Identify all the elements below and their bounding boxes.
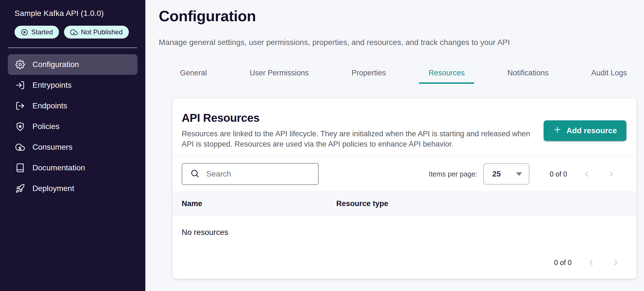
book-icon <box>15 163 25 173</box>
pagination-range-top: 0 of 0 <box>550 170 567 178</box>
endpoints-icon <box>15 101 25 111</box>
tab-label: Properties <box>351 69 386 77</box>
tab-label: General <box>180 69 207 77</box>
pagination-bottom: 0 of 0 <box>172 249 636 279</box>
sidebar-item-endpoints[interactable]: Endpoints <box>8 96 138 116</box>
sidebar-item-deployment[interactable]: Deployment <box>8 178 138 199</box>
tab-label: Resources <box>428 69 465 77</box>
chevron-right-icon <box>611 257 621 268</box>
status-badge-not-published: Not Published <box>64 26 129 39</box>
tab-label: Notifications <box>507 69 548 77</box>
status-badge-label: Started <box>31 28 53 36</box>
card-description: Resources are linked to the API lifecycl… <box>182 129 544 149</box>
chevron-right-icon <box>606 169 616 179</box>
items-per-page-label: Items per page: <box>429 170 477 178</box>
tab-user-permissions[interactable]: User Permissions <box>240 64 318 84</box>
column-header-name: Name <box>182 199 336 208</box>
next-page-button-top[interactable] <box>606 169 616 179</box>
previous-page-button-top[interactable] <box>582 169 592 179</box>
page-subtitle: Manage general settings, user permission… <box>159 38 636 47</box>
gear-icon <box>15 59 25 70</box>
tab-resources[interactable]: Resources <box>419 64 474 84</box>
card-header: API Resources Resources are linked to th… <box>172 98 636 156</box>
chevron-left-icon <box>582 169 592 179</box>
status-badges: Started Not Published <box>15 26 137 39</box>
add-resource-label: Add resource <box>567 126 617 135</box>
search-input[interactable] <box>206 169 313 179</box>
cloud-user-icon <box>15 142 25 152</box>
sidebar-item-label: Policies <box>32 122 59 131</box>
shield-star-icon <box>15 121 25 132</box>
items-per-page-value: 25 <box>492 170 501 178</box>
sidebar-nav: Configuration Entrypoints Endpoints Poli… <box>0 54 145 199</box>
cloud-unpublished-icon <box>70 28 78 36</box>
search-box <box>182 163 319 185</box>
pagination-top: Items per page: 25 0 of 0 <box>429 163 616 185</box>
tab-bar: General User Permissions Properties Reso… <box>171 64 636 84</box>
sidebar-item-entrypoints[interactable]: Entrypoints <box>8 75 138 96</box>
column-header-resource-type: Resource type <box>336 199 388 208</box>
previous-page-button-bottom[interactable] <box>586 257 596 268</box>
table-header-row: Name Resource type <box>172 192 636 216</box>
sidebar-item-consumers[interactable]: Consumers <box>8 137 138 158</box>
items-per-page-select[interactable]: 25 <box>483 163 529 185</box>
status-badge-label: Not Published <box>81 28 122 36</box>
api-title: Sample Kafka API (1.0.0) <box>15 9 137 18</box>
play-circle-icon <box>21 28 28 36</box>
tab-notifications[interactable]: Notifications <box>498 64 558 84</box>
main-content: Configuration Manage general settings, u… <box>145 0 644 279</box>
tab-label: User Permissions <box>250 69 309 77</box>
api-header: Sample Kafka API (1.0.0) Started Not Pub… <box>0 9 145 39</box>
sidebar-item-label: Endpoints <box>32 101 67 110</box>
sidebar-item-label: Documentation <box>32 163 85 172</box>
sidebar-item-documentation[interactable]: Documentation <box>8 158 138 178</box>
sidebar-item-label: Consumers <box>32 143 72 152</box>
search-icon <box>190 169 200 179</box>
tab-audit-logs[interactable]: Audit Logs <box>582 64 636 84</box>
card-title: API Resources <box>182 112 544 124</box>
status-badge-started: Started <box>15 26 59 39</box>
sidebar-item-policies[interactable]: Policies <box>8 116 138 137</box>
next-page-button-bottom[interactable] <box>611 257 621 268</box>
card-header-text: API Resources Resources are linked to th… <box>182 112 544 149</box>
sidebar-item-label: Entrypoints <box>32 81 72 90</box>
app-root: Sample Kafka API (1.0.0) Started Not Pub… <box>0 0 644 279</box>
api-resources-card: API Resources Resources are linked to th… <box>172 98 636 279</box>
caret-down-icon <box>516 172 522 176</box>
sidebar-item-label: Configuration <box>32 60 79 69</box>
sidebar-divider <box>8 47 137 48</box>
rocket-icon <box>15 183 25 194</box>
pagination-range-bottom: 0 of 0 <box>554 259 572 267</box>
empty-table-message: No resources <box>182 228 228 237</box>
page-title: Configuration <box>159 7 636 25</box>
add-resource-button[interactable]: Add resource <box>544 120 627 141</box>
plus-icon <box>553 125 562 136</box>
table-empty-row: No resources <box>172 216 636 249</box>
chevron-left-icon <box>586 257 596 268</box>
sidebar-item-label: Deployment <box>32 184 74 193</box>
tab-properties[interactable]: Properties <box>342 64 395 84</box>
sidebar: Sample Kafka API (1.0.0) Started Not Pub… <box>0 0 145 291</box>
tab-label: Audit Logs <box>591 69 627 77</box>
table-toolbar: Items per page: 25 0 of 0 <box>172 156 636 192</box>
entrypoints-icon <box>15 80 25 90</box>
tab-general[interactable]: General <box>171 64 216 84</box>
sidebar-item-configuration[interactable]: Configuration <box>8 54 138 75</box>
